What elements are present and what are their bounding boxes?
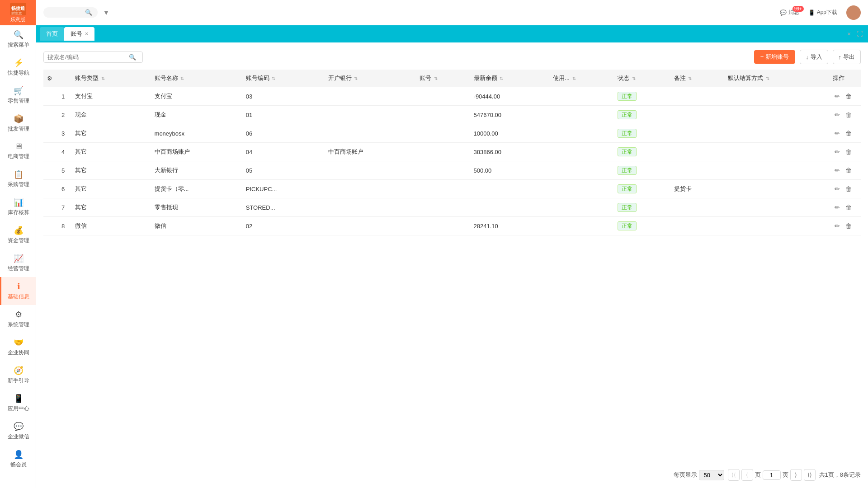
search-input[interactable] bbox=[47, 54, 129, 61]
sidebar-item-member[interactable]: 👤 畅会员 bbox=[0, 445, 36, 473]
search-box[interactable]: 🔍 bbox=[43, 52, 143, 63]
user-avatar[interactable] bbox=[846, 5, 861, 20]
sort-balance-icon: ⇅ bbox=[500, 76, 503, 81]
delete-btn-6[interactable]: 🗑 bbox=[844, 203, 854, 212]
row-index-1: 2 bbox=[58, 106, 71, 124]
close-window-btn[interactable]: × bbox=[844, 29, 854, 38]
row-code-1: 01 bbox=[242, 106, 325, 124]
sidebar-icon-wholesale: 📦 bbox=[14, 114, 24, 124]
topbar-search-input[interactable] bbox=[49, 9, 85, 16]
table-row: 2 现金 现金 01 547670.00 正常 ✏ 🗑 bbox=[43, 106, 861, 124]
row-balance-2: 10000.00 bbox=[470, 124, 550, 143]
topbar-search[interactable]: 🔍 bbox=[43, 7, 98, 18]
row-bank-0 bbox=[325, 87, 416, 106]
sort-remark-icon: ⇅ bbox=[688, 76, 692, 81]
sidebar-item-search[interactable]: 🔍 搜索菜单 bbox=[0, 25, 36, 53]
row-index-7: 8 bbox=[58, 217, 71, 235]
sidebar-item-finance[interactable]: 💰 资金管理 bbox=[0, 221, 36, 249]
tab-account[interactable]: 账号 × bbox=[64, 27, 94, 41]
row-gear-4 bbox=[43, 161, 58, 180]
main-wrap: 🔍 ▼ 💬 消息 99+ 📱 App下载 首页 账号 × × bbox=[36, 0, 868, 488]
edit-btn-4[interactable]: ✏ bbox=[833, 166, 842, 175]
col-remark[interactable]: 备注 ⇅ bbox=[670, 70, 725, 87]
col-gear[interactable]: ⚙ bbox=[43, 70, 58, 87]
export-button[interactable]: ↑ 导出 bbox=[833, 50, 861, 64]
sidebar-item-wechat[interactable]: 💬 企业微信 bbox=[0, 417, 36, 445]
last-page-btn[interactable]: ⟩⟩ bbox=[804, 469, 816, 481]
import-label: 导入 bbox=[811, 53, 822, 61]
tab-account-label: 账号 bbox=[71, 30, 82, 38]
row-actions-6: ✏ 🗑 bbox=[829, 198, 861, 217]
first-page-btn[interactable]: ⟨⟨ bbox=[728, 469, 740, 481]
topbar-app-download[interactable]: 📱 App下载 bbox=[808, 9, 837, 16]
sidebar-item-enterprise[interactable]: 🤝 企业协同 bbox=[0, 333, 36, 361]
col-name[interactable]: 账号名称 ⇅ bbox=[151, 70, 242, 87]
sort-type-icon: ⇅ bbox=[101, 76, 105, 81]
delete-btn-5[interactable]: 🗑 bbox=[844, 184, 854, 193]
sidebar-item-ecommerce[interactable]: 🖥 电商管理 bbox=[0, 137, 36, 165]
col-code[interactable]: 账号编码 ⇅ bbox=[242, 70, 325, 87]
sidebar-item-operations[interactable]: 📈 经营管理 bbox=[0, 249, 36, 277]
edit-btn-2[interactable]: ✏ bbox=[833, 129, 842, 138]
topbar-chevron-icon[interactable]: ▼ bbox=[103, 9, 109, 16]
delete-btn-2[interactable]: 🗑 bbox=[844, 129, 854, 138]
col-default-payment[interactable]: 默认结算方式 ⇅ bbox=[724, 70, 829, 87]
edit-btn-3[interactable]: ✏ bbox=[833, 147, 842, 156]
edit-btn-7[interactable]: ✏ bbox=[833, 221, 842, 230]
delete-btn-3[interactable]: 🗑 bbox=[844, 147, 854, 156]
row-gear-1 bbox=[43, 106, 58, 124]
total-label: 共1页，8条记录 bbox=[819, 471, 861, 479]
tab-account-close[interactable]: × bbox=[85, 31, 88, 37]
row-name-0: 支付宝 bbox=[151, 87, 242, 106]
delete-btn-0[interactable]: 🗑 bbox=[844, 92, 854, 101]
page-input[interactable] bbox=[763, 470, 781, 480]
row-bank-7 bbox=[325, 217, 416, 235]
edit-btn-5[interactable]: ✏ bbox=[833, 184, 842, 193]
row-account-4 bbox=[416, 161, 470, 180]
col-type[interactable]: 账号类型 ⇅ bbox=[71, 70, 151, 87]
row-status-0: 正常 bbox=[614, 87, 670, 106]
import-button[interactable]: ↓ 导入 bbox=[800, 50, 828, 64]
table-header: ⚙ 账号类型 ⇅ 账号名称 ⇅ 账号编码 ⇅ 开户银行 ⇅ 账号 ⇅ 最新余额 … bbox=[43, 70, 861, 87]
table-body: 1 支付宝 支付宝 03 -90444.00 正常 ✏ 🗑 2 现金 现金 01… bbox=[43, 87, 861, 235]
row-index-0: 1 bbox=[58, 87, 71, 106]
logo-image: 畅捷通 财生意 bbox=[8, 3, 28, 15]
edit-btn-6[interactable]: ✏ bbox=[833, 203, 842, 212]
sidebar-item-appcenter[interactable]: 📱 应用中心 bbox=[0, 389, 36, 417]
status-badge-4: 正常 bbox=[618, 166, 637, 175]
edit-btn-0[interactable]: ✏ bbox=[833, 92, 842, 101]
prev-page-btn[interactable]: ⟨ bbox=[741, 469, 753, 481]
sidebar-item-retail[interactable]: 🛒 零售管理 bbox=[0, 81, 36, 109]
col-bank[interactable]: 开户银行 ⇅ bbox=[325, 70, 416, 87]
sidebar-item-basic[interactable]: ℹ 基础信息 bbox=[0, 277, 36, 305]
search-icon[interactable]: 🔍 bbox=[129, 54, 136, 61]
row-status-6: 正常 bbox=[614, 198, 670, 217]
tab-home[interactable]: 首页 bbox=[40, 27, 64, 41]
sidebar-item-purchase[interactable]: 📋 采购管理 bbox=[0, 165, 36, 193]
col-account[interactable]: 账号 ⇅ bbox=[416, 70, 470, 87]
export-label: 导出 bbox=[843, 53, 855, 61]
delete-btn-7[interactable]: 🗑 bbox=[844, 221, 854, 230]
per-page-dropdown[interactable]: 50 100 200 bbox=[699, 470, 724, 480]
table-header-row: ⚙ 账号类型 ⇅ 账号名称 ⇅ 账号编码 ⇅ 开户银行 ⇅ 账号 ⇅ 最新余额 … bbox=[43, 70, 861, 87]
sidebar-item-system[interactable]: ⚙ 系统管理 bbox=[0, 305, 36, 333]
add-account-button[interactable]: + 新增账号 bbox=[754, 50, 795, 64]
sidebar-label-system: 系统管理 bbox=[8, 321, 29, 328]
col-usage[interactable]: 使用... ⇅ bbox=[549, 70, 614, 87]
next-page-btn[interactable]: ⟩ bbox=[790, 469, 802, 481]
row-actions-0: ✏ 🗑 bbox=[829, 87, 861, 106]
sidebar-label-enterprise: 企业协同 bbox=[8, 349, 29, 357]
sidebar-item-wholesale[interactable]: 📦 批发管理 bbox=[0, 109, 36, 137]
col-status[interactable]: 状态 ⇅ bbox=[614, 70, 670, 87]
edit-btn-1[interactable]: ✏ bbox=[833, 110, 842, 119]
sidebar-label-wechat: 企业微信 bbox=[8, 433, 29, 441]
delete-btn-1[interactable]: 🗑 bbox=[844, 110, 854, 119]
sidebar-item-shortcut[interactable]: ⚡ 快捷导航 bbox=[0, 53, 36, 81]
delete-btn-4[interactable]: 🗑 bbox=[844, 166, 854, 175]
sidebar-label-shortcut: 快捷导航 bbox=[8, 69, 29, 77]
sidebar-item-inventory[interactable]: 📊 库存核算 bbox=[0, 193, 36, 221]
col-balance[interactable]: 最新余额 ⇅ bbox=[470, 70, 550, 87]
topbar-messages[interactable]: 💬 消息 99+ bbox=[780, 9, 799, 16]
maximize-window-btn[interactable]: ⛶ bbox=[855, 29, 864, 38]
sidebar-item-guide[interactable]: 🧭 新手引导 bbox=[0, 361, 36, 389]
